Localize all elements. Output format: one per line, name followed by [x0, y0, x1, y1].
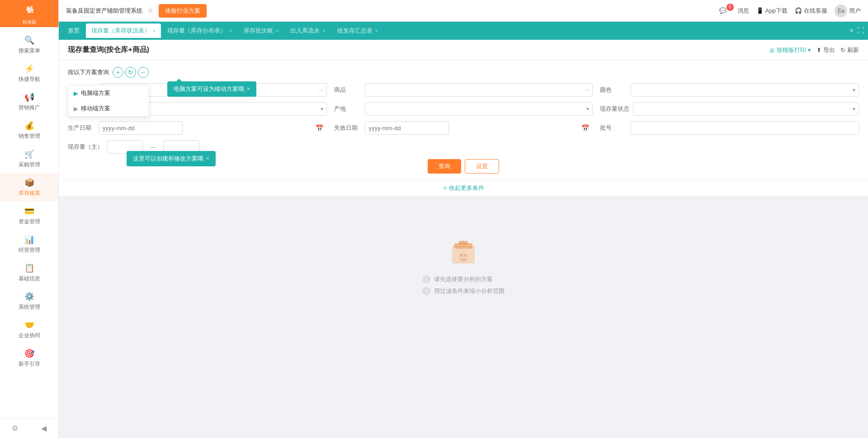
produce-date-label: 生产日期	[68, 124, 95, 132]
refresh-label: 刷新	[847, 46, 859, 54]
user-btn[interactable]: Ea 用户	[835, 5, 861, 17]
app-download-btn[interactable]: 📱 App下载	[756, 7, 788, 15]
sidebar-item-purchase[interactable]: 🛒 采购管理	[0, 145, 58, 173]
avatar: Ea	[835, 5, 847, 17]
close-tab-stock-dist[interactable]: ×	[229, 28, 231, 33]
scheme-item-desktop[interactable]: ▶ 电脑端方案	[68, 85, 149, 101]
filter-expire-date: 失效日期 📅	[334, 121, 593, 135]
tab-bar-end: × ⛶	[849, 27, 864, 35]
sidebar-item-inventory[interactable]: 📦 库存核算	[0, 173, 58, 202]
svg-point-6	[461, 254, 462, 256]
sidebar-item-base-info[interactable]: 📋 基础信息	[0, 259, 58, 287]
svg-rect-4	[459, 241, 468, 245]
tip-text-1: 请先选择要分析的方案	[434, 275, 493, 283]
collapse-icon: ∧	[443, 184, 448, 191]
filter-origin: 产地 ▾	[334, 102, 593, 116]
fullscreen-btn[interactable]: ⛶	[857, 27, 864, 35]
goods-input[interactable]	[365, 83, 593, 97]
settings-footer-btn[interactable]: ⚙	[12, 424, 18, 433]
color-select-wrapper: ▾	[631, 83, 859, 97]
close-tab-batch[interactable]: ×	[276, 28, 278, 33]
edit-tooltip: 这里可以创建和修改方案哦 ×	[127, 151, 216, 166]
sidebar-item-label: 快捷导航	[19, 75, 40, 83]
add-scheme-btn[interactable]: +	[113, 67, 123, 78]
collapse-bar[interactable]: ∧ 收起更多条件	[59, 180, 868, 196]
top-bar-right: 💬 6 消息 📱 App下载 🎧 在线客服 Ea 用户	[719, 5, 861, 17]
sidebar-item-finance[interactable]: 💳 资金管理	[0, 202, 58, 230]
page-title: 现存量查询(按仓库+商品)	[68, 45, 149, 55]
sidebar-footer: ⚙ ◀	[0, 418, 58, 438]
refresh-scheme-btn[interactable]: ↻	[125, 67, 136, 78]
sidebar-item-label: 资金管理	[19, 218, 40, 226]
sidebar-item-guide[interactable]: 🎯 新手引导	[0, 344, 58, 372]
sidebar-item-sales[interactable]: 💰 销售管理	[0, 116, 58, 145]
system-icon: ⚙️	[24, 292, 34, 301]
produce-date-input[interactable]	[99, 121, 183, 135]
finance-icon: 💳	[24, 206, 34, 216]
color-label: 颜色	[600, 86, 627, 94]
tab-stock-dist[interactable]: 现存量（库存分布表） ×	[162, 24, 237, 38]
export-btn[interactable]: ⬆ 导出	[816, 46, 835, 54]
quick-nav-icon: ⚡	[24, 64, 34, 74]
sidebar-item-quick-nav[interactable]: ⚡ 快捷导航	[0, 59, 58, 88]
batch-input[interactable]	[631, 121, 859, 135]
query-button[interactable]: 查询	[428, 159, 461, 174]
svg-point-7	[464, 254, 466, 256]
close-tab-recv[interactable]: ×	[375, 28, 378, 33]
message-icon: 💬	[719, 7, 726, 14]
scheme-item-mobile[interactable]: ▶ 移动端方案	[68, 101, 149, 116]
sidebar-item-cooperation[interactable]: 🤝 企业协同	[0, 316, 58, 344]
search-nav-icon: 🔍	[24, 35, 34, 45]
stock-status-label: 现存量状态	[600, 105, 629, 113]
filter-goods: 商品 ···	[334, 83, 593, 97]
tab-home[interactable]: 首页	[62, 24, 85, 38]
sidebar-item-search[interactable]: 🔍 搜索菜单	[0, 31, 58, 59]
template-print-btn[interactable]: 🖨 按模板打印 ▾	[769, 46, 811, 54]
sidebar: 畅 标准版 🔍 搜索菜单 ⚡ 快捷导航 📢 营销推广 💰 销售管理 🛒 采购管理…	[0, 0, 59, 438]
settings-icon[interactable]: ⚙	[148, 7, 153, 14]
back-scheme-btn[interactable]: ←	[138, 67, 149, 78]
filter-row-3: 生产日期 📅 失效日期 📅 批号	[68, 121, 859, 135]
export-icon: ⬆	[816, 47, 821, 53]
close-all-tabs-btn[interactable]: ×	[849, 27, 854, 35]
app-download-label: App下载	[765, 7, 788, 15]
origin-input[interactable]	[365, 102, 593, 116]
origin-label: 产地	[334, 105, 361, 113]
purchase-icon: 🛒	[24, 149, 34, 159]
filter-label: 按以下方案查询	[68, 68, 109, 76]
online-support-btn[interactable]: 🎧 在线客服	[795, 7, 827, 15]
sidebar-item-marketing[interactable]: 📢 营销推广	[0, 88, 58, 116]
goods-select-wrapper: ···	[365, 83, 593, 97]
tab-in-out-flow[interactable]: 出入库流水 ×	[285, 24, 330, 38]
expire-date-input[interactable]	[365, 121, 449, 135]
sidebar-item-label: 经营管理	[19, 246, 40, 254]
stock-status-input[interactable]	[633, 102, 859, 116]
tip-num-1: 1	[422, 275, 430, 283]
tab-stock-status[interactable]: 现存量（库存状况表） ×	[86, 24, 161, 38]
close-tab-flow[interactable]: ×	[322, 28, 325, 33]
messages-btn[interactable]: 💬 6 消息	[719, 7, 749, 15]
reset-button[interactable]: 设置	[465, 159, 499, 174]
tab-recv-summary[interactable]: 收发存汇总表 ×	[332, 24, 383, 38]
collapse-sidebar-btn[interactable]: ◀	[41, 424, 47, 433]
tab-batch-account[interactable]: 库存批次账 ×	[238, 24, 284, 38]
stock-main-label: 现存量（主）	[68, 143, 103, 151]
close-scheme-tooltip-btn[interactable]: ×	[247, 86, 250, 92]
filter-row-2: 尺码 ▾ 产地 ▾ 现存量状态	[68, 102, 859, 116]
filter-header-container: 按以下方案查询 + ↻ ← 电脑方案可设为移动方案哦 × 这里可以创建和修改方案…	[68, 67, 859, 78]
main-content: 装备及固定资产辅助管理系统 ⚙ 体验行业方案 💬 6 消息 📱 App下载 🎧 …	[59, 0, 868, 438]
tip-text-2: 用过滤条件来缩小分析范围	[434, 287, 505, 295]
color-input[interactable]	[631, 83, 859, 97]
sidebar-item-management[interactable]: 📊 经营管理	[0, 230, 58, 259]
phone-icon: 📱	[756, 7, 764, 14]
close-tab-stock-status[interactable]: ×	[153, 28, 156, 33]
refresh-btn[interactable]: ↻ 刷新	[840, 46, 859, 54]
sidebar-item-label: 企业协同	[19, 332, 40, 339]
sidebar-item-system[interactable]: ⚙️ 系统管理	[0, 287, 58, 316]
industry-button[interactable]: 体验行业方案	[159, 4, 207, 18]
produce-date-calendar-icon: 📅	[316, 124, 323, 132]
filter-area: 按以下方案查询 + ↻ ← 电脑方案可设为移动方案哦 × 这里可以创建和修改方案…	[59, 61, 868, 180]
close-edit-tooltip-btn[interactable]: ×	[206, 155, 209, 162]
marketing-icon: 📢	[24, 92, 34, 102]
print-icon: 🖨	[769, 47, 775, 53]
